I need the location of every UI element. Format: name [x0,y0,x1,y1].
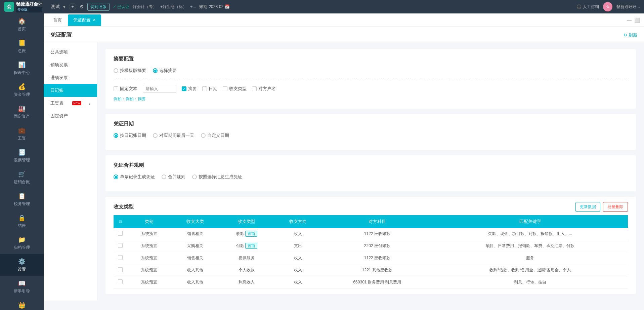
row4-account: 1221 其他应收款 [322,264,433,276]
merge-radio-total[interactable]: 按照选择汇总生成凭证 [192,174,242,180]
merge-rules-section: 凭证合并规则 单条记录生成凭证 合并规则 [105,155,636,191]
row4-type: 个人收款 [219,264,274,276]
reports-icon: 📊 [18,61,26,69]
table-header-row: 收支类型 更新数据 批量删除 [114,202,628,212]
funds-icon: 💰 [18,83,26,90]
row2-reset-tag[interactable]: 置顶 [245,243,257,249]
row2-checkbox[interactable] [118,243,123,248]
period-tag: 账期 2023-02 📅 [199,4,230,10]
gear-icon[interactable]: ⚙ [80,4,84,9]
page-title: 凭证配置 [50,32,72,39]
refresh-button[interactable]: ↻ 刷新 [624,32,637,38]
checkbox-date-box [202,86,207,91]
add-button[interactable]: + [69,3,76,10]
sidebar-item-purchase[interactable]: 🛒 进销台账 [0,166,44,188]
date-radio-custom[interactable]: 自定义日期 [201,132,229,139]
select-all-checkbox[interactable]: ☑ [118,220,123,224]
page-header: 凭证配置 ↻ 刷新 [44,27,644,42]
row5-major: 收入其他 [172,276,219,288]
checkbox-summary[interactable]: ✓ 摘要 [182,86,197,92]
left-nav-salary[interactable]: 工资表 NEW › [44,97,97,110]
table-row: 系统预置 采购相关 付款 置顶 支出 2202 应付账款 项目、日常费用、报销款… [114,240,628,252]
home-icon: 🏠 [18,17,26,25]
logo-text-block: 畅捷通好会计 专业版 [16,1,42,12]
sidebar-item-reports[interactable]: 📊 报表中心 [0,57,44,79]
sidebar-item-guide[interactable]: 📖 新手引导 [0,276,44,298]
left-nav-purchase-invoice[interactable]: 进项发票 [44,71,97,84]
checkbox-counter-name-box [252,86,257,91]
sidebar-item-ledger[interactable]: 📒 总账 [0,35,44,57]
summary-checkbox-row: 固定文本 ✓ 摘要 日期 [114,85,628,93]
salary-chevron-icon: › [89,101,90,106]
checkbox-type[interactable]: 收支类型 [223,86,247,92]
date-radio-last[interactable]: 对应期间最后一天 [153,132,194,139]
row3-major: 销售相关 [172,252,219,264]
settings-icon: ⚙️ [18,258,26,265]
th-category: 类别 [127,215,172,228]
row3-direction: 收入 [274,252,322,264]
example-text: 例如：例如：摘要 [114,96,628,102]
row5-checkbox[interactable] [118,279,123,284]
checkbox-date[interactable]: 日期 [202,86,217,92]
tag-3: +... [190,4,196,9]
row1-checkbox[interactable] [118,231,123,236]
tab-bar: 首页 凭证配置 ✕ — ⬜ [44,13,644,27]
row4-checkbox[interactable] [118,267,123,272]
left-nav-sales-invoice[interactable]: 销项发票 [44,59,97,71]
sidebar-item-close[interactable]: 🔒 结账 [0,210,44,232]
row3-checkbox[interactable] [118,255,123,260]
voucher-date-title: 凭证日期 [114,121,628,127]
sidebar-item-funds[interactable]: 💰 资金管理 [0,79,44,101]
row1-direction: 收入 [274,228,322,240]
table-row: 系统预置 销售相关 收款 置顶 收入 1122 应收账款 欠款、现金、项目款、到… [114,228,628,240]
old-version-button[interactable]: 切到旧版 [87,3,110,11]
left-nav-fixed-assets[interactable]: 固定资产 [44,110,97,122]
guide-icon: 📖 [18,280,26,287]
sidebar-item-invoice[interactable]: 🧾 发票管理 [0,145,44,166]
ledger-icon: 📒 [18,39,26,47]
row1-reset-tag[interactable]: 置顶 [245,231,257,237]
assets-icon: 🏭 [18,105,26,112]
archive-icon: 📁 [18,236,26,243]
radio-select-circle [153,68,158,73]
date-radio-diary[interactable]: 按日记账日期 [114,132,146,139]
logo-subtitle: 专业版 [16,7,42,12]
merge-rules-title: 凭证合并规则 [114,162,628,168]
th-type: 收支类型 [219,215,274,228]
tab-close-icon[interactable]: ✕ [93,18,96,22]
summary-radio-template[interactable]: 按模板版摘要 [114,68,146,74]
left-nav-public[interactable]: 公共选项 [44,46,97,59]
row5-checkbox-cell [114,276,127,288]
tab-minimize-button[interactable]: — [627,17,632,23]
tab-voucher-config[interactable]: 凭证配置 ✕ [68,14,101,26]
tab-maximize-button[interactable]: ⬜ [634,17,640,23]
fixed-text-input[interactable] [143,85,176,93]
checkbox-counter-name[interactable]: 对方户名 [252,86,276,92]
update-data-button[interactable]: 更新数据 [575,202,600,212]
left-nav-diary[interactable]: 日记账 [44,84,97,97]
service-button[interactable]: 🎧 人工咨询 [576,4,599,10]
logo-icon: 会 [4,2,14,12]
sidebar-item-salary[interactable]: 💼 工资 [0,123,44,145]
sidebar-label-purchase: 进销台账 [14,179,30,185]
sidebar-label-invoice: 发票管理 [14,157,30,163]
row3-keywords: 服务 [433,252,628,264]
merge-radio-rules[interactable]: 合并规则 [162,174,185,180]
tab-home[interactable]: 首页 [48,14,67,26]
topbar: 会 畅捷通好会计 专业版 测试 ▾ + ⚙ 切到旧版 ✓ 已认证 好会计（专） … [0,0,644,13]
merge-radio-single[interactable]: 单条记录生成凭证 [114,174,155,180]
sidebar-item-archive[interactable]: 📁 归档管理 [0,232,44,254]
summary-radio-select[interactable]: 选择摘要 [153,68,177,74]
username: 畅捷通旺旺... [616,4,640,10]
sidebar-item-tax[interactable]: 📋 税务管理 [0,188,44,210]
sidebar-item-assets[interactable]: 🏭 固定资产 [0,101,44,123]
sidebar-item-member[interactable]: 👑 畅会员 [0,298,44,310]
batch-delete-button[interactable]: 批量删除 [603,202,628,212]
table-row: 系统预置 收入其他 利息收入 收入 660301 财务费用 利息费用 利息、行转… [114,276,628,288]
table-head: ☑ 类别 收支大类 收支类型 收支方向 对方科目 匹配关键字 [114,215,628,228]
sidebar-item-settings[interactable]: ⚙️ 设置 [0,254,44,276]
sidebar-item-home[interactable]: 🏠 首页 [0,13,44,35]
checkbox-fixed-text[interactable]: 固定文本 [114,86,137,92]
row3-category: 系统预置 [127,252,172,264]
row1-type: 收款 置顶 [219,228,274,240]
